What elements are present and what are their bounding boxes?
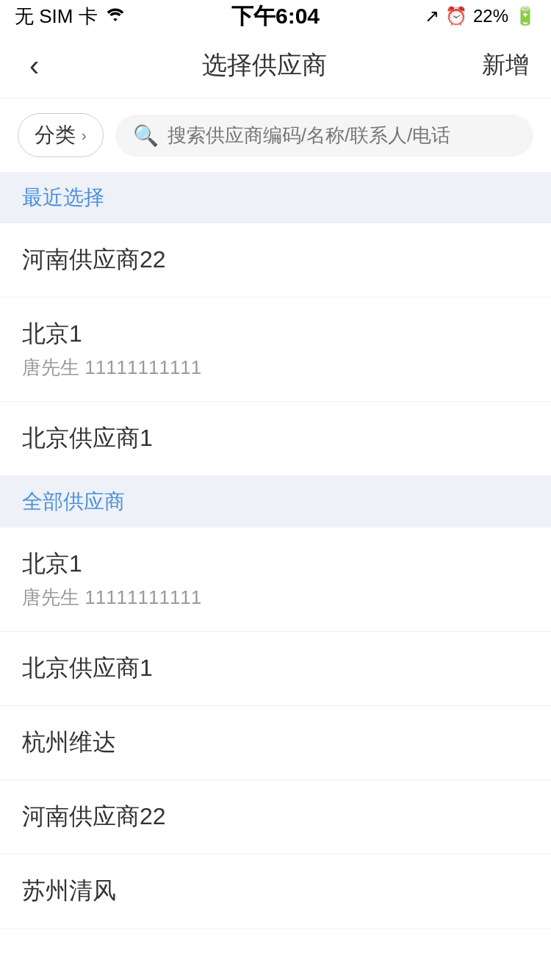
- wifi-icon: [104, 5, 127, 28]
- list-item[interactable]: 北京1唐先生 11111111111: [0, 298, 551, 402]
- list-item[interactable]: 苏州清风: [0, 854, 551, 929]
- chevron-right-icon: ›: [82, 127, 87, 144]
- nav-bar: ‹ 选择供应商 新增: [0, 32, 551, 98]
- carrier-text: 无 SIM 卡: [15, 4, 98, 29]
- battery-text: 22%: [473, 6, 508, 26]
- recent-section-header: 最近选择: [0, 172, 551, 223]
- recent-list: 河南供应商22北京1唐先生 11111111111北京供应商1: [0, 223, 551, 476]
- item-name: 北京供应商1: [22, 422, 529, 455]
- all-section-header: 全部供应商: [0, 476, 551, 527]
- status-left: 无 SIM 卡: [15, 4, 127, 29]
- list-item[interactable]: 北京1唐先生 11111111111: [0, 527, 551, 632]
- location-icon: ↗: [425, 6, 439, 26]
- item-name: 北京1: [22, 318, 529, 350]
- search-box: 🔍: [115, 115, 533, 156]
- item-name: 北京供应商1: [22, 652, 529, 685]
- list-item[interactable]: 北京供应商1: [0, 402, 551, 476]
- category-button[interactable]: 分类 ›: [18, 113, 104, 157]
- item-name: 苏州清风: [22, 875, 529, 907]
- search-input[interactable]: [168, 124, 516, 147]
- back-button[interactable]: ‹: [22, 43, 46, 87]
- category-label: 分类: [35, 121, 76, 149]
- item-sub: 唐先生 11111111111: [22, 355, 529, 381]
- filter-bar: 分类 › 🔍: [0, 98, 551, 172]
- item-name: 杭州维达: [22, 727, 529, 759]
- item-sub: 唐先生 11111111111: [22, 585, 529, 610]
- list-item[interactable]: 北京供应商1: [0, 632, 551, 706]
- list-item[interactable]: 杭州维达: [0, 706, 551, 780]
- status-time: 下午6:04: [231, 1, 320, 32]
- status-right: ↗ ⏰ 22% 🔋: [425, 6, 536, 26]
- status-bar: 无 SIM 卡 下午6:04 ↗ ⏰ 22% 🔋: [0, 0, 551, 32]
- all-list: 北京1唐先生 11111111111北京供应商1杭州维达河南供应商22苏州清风: [0, 527, 551, 929]
- add-button[interactable]: 新增: [482, 49, 529, 82]
- all-section-title: 全部供应商: [22, 490, 125, 513]
- item-name: 北京1: [22, 548, 529, 580]
- list-item[interactable]: 河南供应商22: [0, 223, 551, 298]
- battery-icon: 🔋: [514, 6, 536, 26]
- recent-section-title: 最近选择: [22, 186, 104, 209]
- page-title: 选择供应商: [202, 48, 327, 82]
- item-name: 河南供应商22: [22, 244, 529, 276]
- search-icon: 🔍: [133, 123, 159, 148]
- item-name: 河南供应商22: [22, 801, 529, 833]
- list-item[interactable]: 河南供应商22: [0, 780, 551, 854]
- alarm-icon: ⏰: [445, 6, 467, 26]
